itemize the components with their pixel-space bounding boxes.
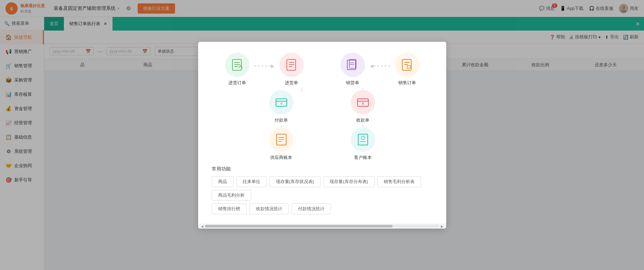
func-btn-stock-status[interactable]: 现存量(库存状况表) (269, 176, 321, 187)
scroll-left-icon[interactable]: ◀ (199, 224, 205, 228)
modal-overlay[interactable]: 进货订单 ▶ (0, 0, 644, 270)
func-buttons-row1: 商品 往来单位 现存量(库存状况表) 现存量(库存分布表) 销售毛利分析表 商品… (212, 176, 433, 201)
scrollbar-thumb[interactable] (205, 225, 393, 228)
sales-bill-node: 销货单 (336, 53, 370, 86)
svg-rect-20 (407, 66, 411, 68)
sales-bill-circle (341, 53, 365, 77)
svg-text:¥: ¥ (280, 102, 282, 106)
supplier-ledger-node: 供应商账本 (264, 127, 298, 161)
payment-bill-node: ¥ 付款单 (264, 90, 298, 123)
func-btn-sales-ranking[interactable]: 销售排行榜 (212, 203, 247, 214)
scroll-right-icon[interactable]: ▶ (439, 224, 445, 228)
flow-diagram: 进货订单 ▶ (212, 53, 433, 161)
purchase-order-circle (225, 53, 249, 77)
receipt-bill-circle: ¥ (351, 90, 375, 114)
customer-ledger-node: 客户账本 (346, 127, 380, 161)
modal-inner: 进货订单 ▶ (198, 42, 446, 224)
scrollbar-track[interactable] (205, 225, 439, 228)
payment-bill-circle: ¥ (269, 90, 294, 114)
supplier-ledger-circle (269, 127, 294, 152)
customer-ledger-circle (351, 127, 375, 152)
func-buttons-row2: 销售排行榜 收款情况统计 付款情况统计 (212, 203, 433, 214)
func-btn-receipt-stat[interactable]: 收款情况统计 (249, 203, 289, 214)
common-functions-section: 常用功能 商品 往来单位 现存量(库存状况表) 现存量(库存分布表) 销售毛利分… (212, 161, 433, 217)
func-btn-stock-dist[interactable]: 现存量(库存分布表) (323, 176, 375, 187)
purchase-order-node: 进货订单 (220, 53, 254, 86)
func-btn-product-gross[interactable]: 商品毛利分析 (212, 190, 251, 201)
purchase-bill-node: 进货单 (275, 53, 309, 86)
svg-text:¥: ¥ (362, 102, 364, 106)
func-btn-partner[interactable]: 往来单位 (236, 176, 267, 187)
func-btn-product[interactable]: 商品 (212, 176, 233, 187)
svg-point-32 (361, 136, 365, 140)
modal-dialog: 进货订单 ▶ (198, 42, 446, 229)
sales-order-circle (395, 53, 419, 77)
sales-order-node: 销售订单 (390, 53, 424, 86)
receipt-bill-node: ¥ 收款单 (346, 90, 380, 123)
func-btn-gross-analysis[interactable]: 销售毛利分析表 (377, 176, 421, 187)
func-btn-payment-stat[interactable]: 付款情况统计 (292, 203, 331, 214)
purchase-bill-circle (279, 53, 304, 77)
modal-scrollbar[interactable]: ◀ ▶ (198, 224, 446, 229)
